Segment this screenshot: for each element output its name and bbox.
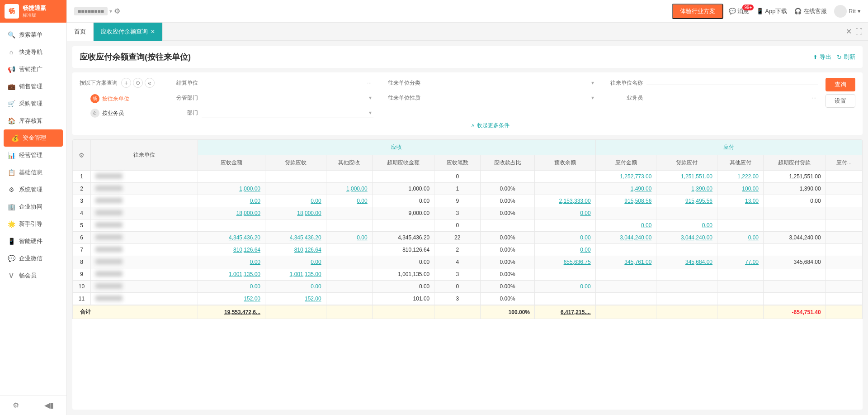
purchase-icon: 🛒 bbox=[7, 100, 15, 108]
wechat-icon: 💬 bbox=[7, 254, 15, 262]
refresh-label: 刷新 bbox=[844, 53, 855, 61]
sidebar-item-label: 销售管理 bbox=[19, 82, 42, 91]
sidebar-item-inventory[interactable]: 🏠 库存核算 bbox=[0, 112, 66, 129]
footer-empty5 bbox=[595, 305, 656, 319]
filter-option-by-staff[interactable]: ⏱ 按业务员 bbox=[87, 107, 155, 119]
member-icon: V bbox=[7, 272, 15, 280]
sidebar-item-sales[interactable]: 💼 销售管理 bbox=[0, 78, 66, 95]
sidebar-item-label: 营销推广 bbox=[19, 65, 42, 73]
th-receivable-group: 应收 bbox=[198, 140, 595, 155]
th-advance-balance: 预收余额 bbox=[535, 155, 596, 171]
footer-advance-balance[interactable]: 6,417,215.... bbox=[535, 305, 596, 319]
footer-empty8 bbox=[826, 305, 862, 319]
basic-icon: 📋 bbox=[7, 168, 15, 176]
dept-label: 分管部门 bbox=[162, 94, 198, 102]
th-loan-payable: 贷款应付 bbox=[656, 155, 717, 171]
sidebar-item-search[interactable]: 🔍 搜索菜单 bbox=[0, 26, 66, 43]
sidebar-item-smart[interactable]: 📱 智能硬件 bbox=[0, 233, 66, 250]
unit-option-icon: 畅 bbox=[90, 94, 99, 103]
filter-right: 结算单位 ··· 往来单位分类 ▾ 往来单位名称 bbox=[162, 78, 818, 129]
messages-area[interactable]: 💬 消息 99+ bbox=[729, 7, 750, 15]
settlement-label: 结算单位 bbox=[162, 79, 198, 87]
sidebar-item-label: 企业协同 bbox=[19, 203, 42, 211]
sidebar-item-member[interactable]: V 畅会员 bbox=[0, 267, 66, 284]
sidebar-item-enterprise[interactable]: 🏢 企业协同 bbox=[0, 198, 66, 215]
table-row: 1■■■■■■01,252,773.001,251,551.001,222.00… bbox=[73, 171, 863, 183]
home-icon: ⌂ bbox=[7, 48, 15, 56]
filter-unit-nature: 往来单位性质 ▾ bbox=[384, 93, 596, 103]
service-icon: 🎧 bbox=[794, 8, 802, 14]
online-service[interactable]: 🎧 在线客服 bbox=[794, 7, 827, 15]
sidebar: 畅 畅捷通赢 标准版 🔍 搜索菜单 ⌂ 快捷导航 📢 营销推广 💼 销售管理 🛒… bbox=[0, 0, 67, 415]
expand-icon[interactable]: ⛶ bbox=[855, 28, 863, 36]
filter-area: 按以下方案查询 + ⊙ « 畅 按往来单位 ⏱ bbox=[72, 72, 863, 135]
smart-icon: 📱 bbox=[7, 237, 15, 245]
filter-back-button[interactable]: « bbox=[145, 78, 155, 88]
filter-more: ∧ 收起更多条件 bbox=[162, 122, 818, 129]
sidebar-item-label: 基础信息 bbox=[19, 168, 42, 176]
sidebar-item-basic[interactable]: 📋 基础信息 bbox=[0, 164, 66, 181]
download-icon: 📱 bbox=[756, 8, 764, 14]
sidebar-item-label: 经营管理 bbox=[19, 151, 42, 159]
promo-button[interactable]: 体验行业方案 bbox=[672, 4, 723, 19]
footer-empty1 bbox=[265, 305, 326, 319]
settings-button[interactable]: 设置 bbox=[826, 94, 855, 108]
th-loan-receivable: 贷款应收 bbox=[265, 155, 326, 171]
th-overdue-payable: 超期应付贷款 bbox=[764, 155, 826, 171]
logo-icon: 畅 bbox=[5, 4, 19, 19]
app-download[interactable]: 📱 App下载 bbox=[756, 7, 787, 15]
dept-chevron[interactable]: ▾ bbox=[369, 95, 372, 101]
collapse-icon[interactable]: ◀▮ bbox=[44, 401, 54, 410]
sidebar-item-operations[interactable]: 📊 经营管理 bbox=[0, 147, 66, 164]
unit-category-chevron[interactable]: ▾ bbox=[591, 80, 594, 86]
unit-nature-chevron[interactable]: ▾ bbox=[591, 95, 594, 101]
collapse-button[interactable]: ∧ 收起更多条件 bbox=[471, 122, 509, 129]
tab-close-icon[interactable]: ✕ bbox=[151, 29, 155, 35]
sidebar-item-wechat[interactable]: 💬 企业微信 bbox=[0, 250, 66, 267]
table-wrapper[interactable]: ⚙ 往来单位 应收 应付 应收金额 贷款应收 其他应收 超期应收金额 应收笔数 … bbox=[72, 139, 863, 410]
footer-receivable-amount[interactable]: 19,553,472,6... bbox=[198, 305, 265, 319]
chevron-user-icon: ▾ bbox=[858, 8, 861, 14]
query-button[interactable]: 查询 bbox=[826, 78, 855, 91]
sidebar-item-label: 智能硬件 bbox=[19, 237, 42, 245]
salesperson-dots[interactable]: ··· bbox=[812, 95, 816, 101]
filter-left: 按以下方案查询 + ⊙ « 畅 按往来单位 ⏱ bbox=[80, 78, 155, 124]
tab-home[interactable]: 首页 bbox=[67, 23, 94, 41]
sidebar-item-label: 新手引导 bbox=[19, 220, 42, 228]
filter-circle-button[interactable]: ⊙ bbox=[133, 78, 143, 88]
page-actions: ⬆ 导出 ↻ 刷新 bbox=[813, 53, 855, 61]
sidebar-item-fund[interactable]: 💰 资金管理 bbox=[4, 129, 63, 147]
filter-option-by-unit[interactable]: 畅 按往来单位 bbox=[87, 92, 155, 105]
badge-count: 99+ bbox=[742, 5, 754, 10]
service-label: 在线客服 bbox=[803, 8, 827, 14]
sidebar-item-purchase[interactable]: 🛒 采购管理 bbox=[0, 95, 66, 112]
table-row: 7■■■■■■810,126.64810,126.64810,126.6420.… bbox=[73, 244, 863, 256]
sidebar-item-marketing[interactable]: 📢 营销推广 bbox=[0, 61, 66, 78]
th-receivable-amount: 应收金额 bbox=[198, 155, 265, 171]
chevron-down-icon[interactable]: ▾ bbox=[109, 8, 112, 14]
th-receivable-ratio: 应收款占比 bbox=[481, 155, 535, 171]
settlement-dots[interactable]: ··· bbox=[367, 80, 372, 86]
footer-overdue-payable: -654,751.40 bbox=[764, 305, 826, 319]
tab-balance-query[interactable]: 应收应付余额查询 ✕ bbox=[94, 23, 163, 41]
unit-name-label: 往来单位名称 bbox=[607, 79, 643, 87]
gear-header-icon[interactable]: ⚙ bbox=[114, 7, 120, 15]
export-button[interactable]: ⬆ 导出 bbox=[813, 53, 831, 61]
close-window-icon[interactable]: ✕ bbox=[846, 27, 852, 36]
sidebar-item-guide[interactable]: 🌟 新手引导 bbox=[0, 215, 66, 233]
footer-empty3 bbox=[372, 305, 434, 319]
collapse-label: 收起更多条件 bbox=[477, 122, 509, 129]
refresh-button[interactable]: ↻ 刷新 bbox=[837, 53, 855, 61]
dept2-chevron[interactable]: ▾ bbox=[369, 110, 372, 116]
th-settings[interactable]: ⚙ bbox=[73, 140, 91, 171]
footer-empty7 bbox=[717, 305, 764, 319]
th-payable-amount: 应付金额 bbox=[595, 155, 656, 171]
filter-add-button[interactable]: + bbox=[121, 78, 131, 88]
settings-icon[interactable]: ⚙ bbox=[13, 401, 19, 410]
filter-settlement: 结算单位 ··· bbox=[162, 78, 373, 88]
sidebar-menu: 🔍 搜索菜单 ⌂ 快捷导航 📢 营销推广 💼 销售管理 🛒 采购管理 🏠 库存核… bbox=[0, 23, 66, 395]
sidebar-item-system[interactable]: ⚙ 系统管理 bbox=[0, 181, 66, 198]
export-label: 导出 bbox=[820, 53, 831, 61]
sidebar-item-quicknav[interactable]: ⌂ 快捷导航 bbox=[0, 43, 66, 61]
user-avatar bbox=[834, 5, 847, 18]
